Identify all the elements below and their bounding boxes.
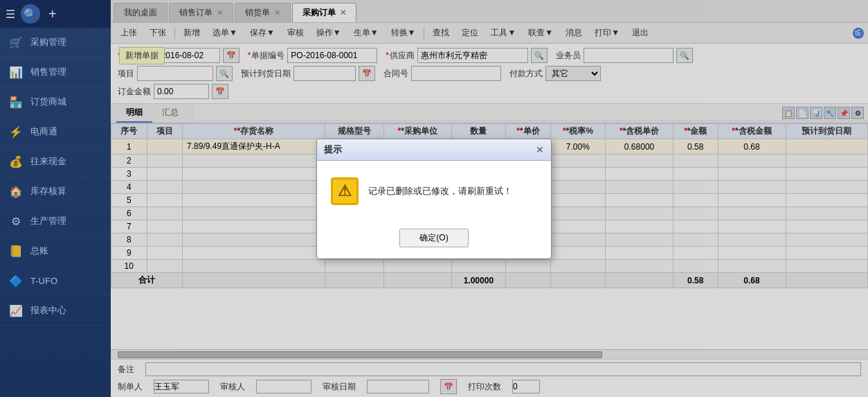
modal-title: 提示 [324, 143, 342, 156]
modal-body: ⚠ 记录已删除或已修改，请刷新重试！ [317, 161, 551, 222]
modal-close-btn[interactable]: ✕ [536, 144, 544, 155]
modal-header: 提示 ✕ [317, 139, 551, 161]
modal-overlay: 提示 ✕ ⚠ 记录已删除或已修改，请刷新重试！ 确定(O) [0, 0, 868, 397]
warning-icon: ⚠ [331, 177, 359, 205]
modal-dialog: 提示 ✕ ⚠ 记录已删除或已修改，请刷新重试！ 确定(O) [316, 139, 552, 259]
modal-confirm-btn[interactable]: 确定(O) [399, 229, 468, 247]
modal-footer: 确定(O) [317, 222, 551, 258]
modal-message: 记录已删除或已修改，请刷新重试！ [368, 185, 512, 197]
